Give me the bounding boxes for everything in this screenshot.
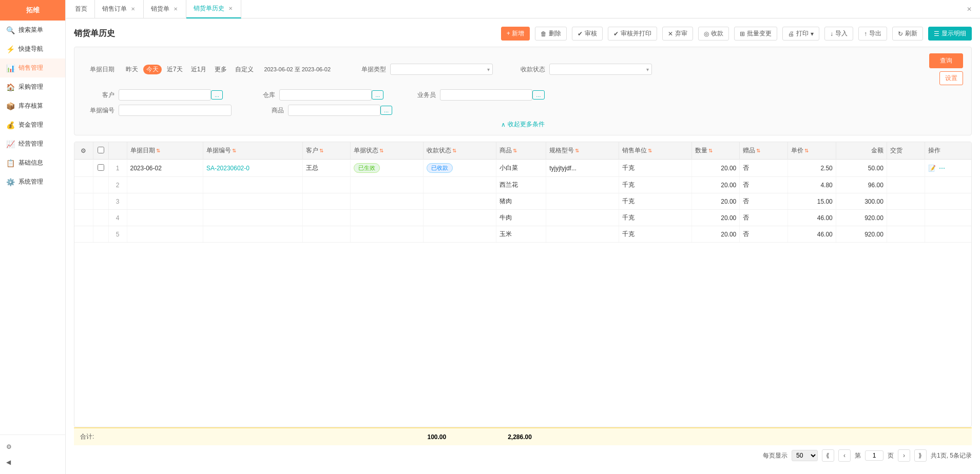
prev-page-btn[interactable]: ‹ (838, 449, 851, 462)
collapse-filter-btn[interactable]: ∧ 收起更多条件 (83, 120, 963, 129)
batch-change-button[interactable]: ⊞ 批量变更 (734, 27, 777, 41)
th-paymentstatus[interactable]: 收款状态⇅ (423, 142, 496, 160)
td-goods: 猪肉 (496, 193, 546, 210)
next-page-btn[interactable]: › (898, 449, 910, 462)
filter-settings-button[interactable]: 设置 (939, 71, 963, 85)
export-icon: ↑ (864, 30, 867, 37)
page-title: 销货单历史 (74, 28, 115, 39)
td-docno: SA-20230602-0 (203, 160, 302, 177)
page-number-input[interactable] (865, 450, 883, 461)
th-settings[interactable]: ⚙ (74, 142, 93, 160)
tab-sales-order-close[interactable]: ✕ (130, 6, 136, 12)
th-gift[interactable]: 赠品⇅ (740, 142, 788, 160)
date-option-yesterday[interactable]: 昨天 (123, 65, 141, 74)
sidebar-item-operations[interactable]: 📈 经营管理 (0, 134, 65, 153)
date-option-more[interactable]: 更多 (212, 65, 230, 74)
select-all-checkbox[interactable] (98, 147, 104, 153)
sidebar-item-purchase[interactable]: 🏠 采购管理 (0, 77, 65, 96)
date-option-1month[interactable]: 近1月 (188, 65, 210, 74)
page-size-select[interactable]: 50 100 200 (792, 450, 818, 461)
payment-status-badge: 已收款 (427, 163, 453, 173)
goods-input[interactable] (288, 105, 380, 116)
display-button[interactable]: ☰ 显示明细 (928, 27, 972, 41)
tab-sales-delivery[interactable]: 销货单 ✕ (144, 0, 186, 18)
customer-input[interactable] (119, 89, 211, 101)
warehouse-label: 仓库 (243, 91, 279, 100)
tab-sales-order[interactable]: 销售订单 ✕ (95, 0, 144, 18)
goods-ellipsis[interactable]: ... (380, 106, 392, 115)
sidebar-item-label: 库存核算 (18, 102, 43, 110)
review-print-button[interactable]: ✔ 审核并打印 (608, 27, 657, 41)
tab-sales-history[interactable]: 销货单历史 ✕ (186, 0, 241, 18)
sidebar-item-inventory[interactable]: 📦 库存核算 (0, 96, 65, 115)
th-unit[interactable]: 销售单位⇅ (619, 142, 691, 160)
td-price: 46.00 (788, 226, 836, 243)
table-footer: 合计: 100.00 2,286.00 (74, 427, 972, 445)
td-rowno: 4 (108, 210, 127, 226)
th-docstatus[interactable]: 单据状态⇅ (351, 142, 424, 160)
doc-no-link[interactable]: SA-20230602-0 (206, 165, 249, 172)
last-page-btn[interactable]: ⟫ (914, 449, 927, 462)
print-button[interactable]: 🖨 打印 ▾ (782, 27, 819, 41)
sidebar-item-search[interactable]: 🔍 搜索菜单 (0, 21, 65, 40)
td-rowno: 3 (108, 193, 127, 210)
doc-type-label: 单据类型 (354, 65, 390, 74)
salesperson-ellipsis[interactable]: ... (532, 90, 544, 100)
sidebar-item-finance[interactable]: 💰 资金管理 (0, 115, 65, 134)
th-price[interactable]: 单价⇅ (788, 142, 836, 160)
abandon-button[interactable]: ✕ 弃审 (662, 27, 693, 41)
sidebar-item-basic[interactable]: 📋 基础信息 (0, 153, 65, 172)
td-price: 15.00 (788, 193, 836, 210)
td-date: 2023-06-02 (127, 160, 203, 177)
delete-button[interactable]: 🗑 删除 (535, 27, 567, 41)
sidebar-item-sales[interactable]: 📊 销售管理 (0, 58, 65, 77)
sort-goods-icon: ⇅ (513, 148, 517, 153)
th-goods[interactable]: 商品⇅ (496, 142, 546, 160)
sidebar-item-system[interactable]: ⚙️ 系统管理 (0, 172, 65, 191)
th-quantity[interactable]: 数量⇅ (691, 142, 740, 160)
sidebar-collapse-btn[interactable]: ◀ (0, 455, 65, 470)
tab-sales-delivery-close[interactable]: ✕ (172, 6, 179, 12)
new-button[interactable]: + 新增 (501, 27, 530, 41)
th-docno[interactable]: 单据编号⇅ (203, 142, 302, 160)
salesperson-input[interactable] (440, 89, 532, 101)
sidebar-settings-btn[interactable]: ⚙ (0, 439, 65, 455)
sidebar-item-quick[interactable]: ⚡ 快捷导航 (0, 40, 65, 58)
date-option-7days[interactable]: 近7天 (164, 65, 186, 74)
filter-row-3: 单据编号 商品 ... (83, 105, 963, 116)
row-checkbox[interactable] (98, 164, 104, 171)
docno-input[interactable] (119, 105, 232, 116)
warehouse-input[interactable] (279, 89, 372, 101)
tab-home[interactable]: 首页 (68, 0, 95, 18)
collect-button[interactable]: ◎ 收款 (698, 27, 729, 41)
payment-status-select[interactable] (549, 64, 652, 75)
review-button[interactable]: ✔ 审核 (572, 27, 603, 41)
refresh-button[interactable]: ↻ 刷新 (892, 27, 923, 41)
page-label-after: 页 (888, 451, 894, 460)
th-date[interactable]: 单据日期⇅ (127, 142, 203, 160)
query-button[interactable]: 查询 (929, 53, 963, 68)
lightning-icon: ⚡ (6, 45, 14, 53)
th-spec[interactable]: 规格型号⇅ (546, 142, 619, 160)
import-button[interactable]: ↓ 导入 (824, 27, 853, 41)
export-button[interactable]: ↑ 导出 (858, 27, 887, 41)
td-delivery (887, 193, 925, 210)
review-icon: ✔ (578, 30, 583, 37)
date-option-today[interactable]: 今天 (143, 65, 162, 74)
td-docno (203, 177, 302, 193)
td-actions: 📝 ⋯ (925, 160, 971, 177)
doc-type-select[interactable] (390, 64, 493, 75)
customer-ellipsis[interactable]: ... (211, 90, 223, 100)
td-unit: 千克 (619, 193, 691, 210)
warehouse-ellipsis[interactable]: ... (372, 90, 383, 100)
first-page-btn[interactable]: ⟪ (822, 449, 834, 462)
tab-sales-history-close[interactable]: ✕ (227, 6, 234, 11)
sort-price-icon: ⇅ (804, 148, 809, 153)
edit-action[interactable]: 📝 (928, 165, 936, 172)
more-action[interactable]: ⋯ (939, 165, 945, 172)
print-icon: 🖨 (788, 30, 794, 37)
tab-close-all[interactable]: ✕ (960, 6, 978, 13)
th-customer[interactable]: 客户⇅ (302, 142, 351, 160)
date-option-custom[interactable]: 自定义 (232, 65, 257, 74)
sidebar-item-label: 资金管理 (18, 121, 43, 129)
